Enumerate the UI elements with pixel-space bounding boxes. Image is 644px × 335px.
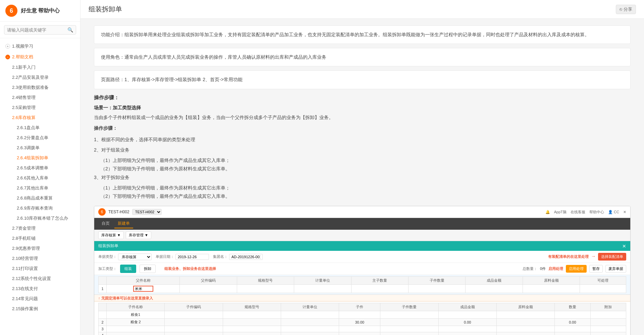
step-2: 2、对于组装业务: [94, 146, 631, 154]
annotation-config-text: 有装配清单的在这里处理: [548, 255, 589, 259]
col-available: 可处理: [580, 277, 626, 285]
scenario-1-header: 场景一：加工类型选择: [94, 105, 631, 111]
step-2-2: （2）下部明细为子件明细，最终作为原材料生成其它出库单。: [101, 165, 631, 173]
nav-tree: + 1.视频学习 − 2.帮助文档 2.1新手入门 2.2产品安装及登录 2.3…: [0, 38, 80, 317]
qty-value: 0件: [540, 266, 546, 271]
sidebar: 6 好生意 帮助中心 🔍 + 1.视频学习 − 2.帮助文档 2.1新手入门 2…: [0, 0, 80, 335]
nav-tab-home[interactable]: 自页: [98, 219, 113, 228]
sidebar-item-cases[interactable]: 2.15操作案例: [0, 304, 80, 314]
app-toolbar: 库存核算 ▼ 库存管理 ▼: [94, 230, 630, 241]
sidebar-item-transfer[interactable]: 2.6.3调拨单: [0, 143, 80, 153]
process-btn[interactable]: 启用处理: [566, 265, 587, 273]
parent-item-table: 父件名称 父件编码 规格型号 计量单位 主子数量 子件数量 成品金额 原料金额 …: [98, 276, 626, 293]
save-draft-btn[interactable]: 暂存: [589, 265, 603, 273]
sidebar-item-inventory[interactable]: 2.6库存核算: [0, 113, 80, 123]
toolbar-btn-inventory[interactable]: 库存核算 ▼: [98, 231, 124, 239]
col-parent-name: 父件名称: [107, 277, 180, 285]
app-close-icon[interactable]: ✕: [623, 210, 626, 214]
sidebar-item-new-user[interactable]: 2.1新手入门: [0, 62, 80, 72]
sidebar-item-finance[interactable]: 2.7资金管理: [0, 223, 80, 233]
app-form-title-bar: 组装拆卸单 ✕: [94, 241, 630, 251]
sidebar-item-sales[interactable]: 2.4销售管理: [0, 93, 80, 103]
toolbar-btn-management[interactable]: 库存管理 ▼: [126, 231, 151, 239]
search-area: 🔍: [0, 22, 80, 38]
sidebar-item-stocktake[interactable]: 2.6.1盘点单: [0, 123, 80, 133]
form-close-button[interactable]: ✕: [622, 243, 626, 249]
parent-name-input[interactable]: [133, 286, 153, 292]
table-row: 粮食1: [99, 311, 626, 319]
scenario-1-steps-header: 操作步骤：: [94, 124, 631, 133]
nav-tab-new[interactable]: 新建单: [114, 219, 133, 228]
sidebar-item-partial-stocktake[interactable]: 2.6.2分量盘点单: [0, 133, 80, 143]
sidebar-item-operations[interactable]: 2.10经营管理: [0, 254, 80, 264]
sidebar-item-other-out[interactable]: 2.6.7其他出库单: [0, 183, 80, 193]
step-3: 3、对于拆卸业务: [94, 173, 631, 182]
col-extra: 附加: [590, 303, 626, 311]
app-user-icon[interactable]: 👤 CC: [608, 210, 619, 214]
logo-area: 6 好生意 帮助中心: [0, 0, 80, 22]
sidebar-item-data-prep[interactable]: 2.3使用前数据准备: [0, 82, 80, 93]
app-icon-1[interactable]: 🔔: [545, 210, 550, 214]
doc-type-select[interactable]: 库存核算: [118, 254, 152, 260]
share-button[interactable]: ⎋ 分享: [616, 5, 636, 14]
role-intro-block: 使用角色：通常由生产人员或库管人员完成拆装业务的操作，库管人员确认原材料的出库和…: [94, 48, 631, 66]
search-icon[interactable]: 🔍: [67, 27, 73, 33]
app-company-select[interactable]: TEST-H002: [132, 209, 162, 215]
col-mat-amt2: 原料金额: [496, 303, 554, 311]
qty-label: 总数量：: [523, 266, 537, 271]
col-parent-code: 父件编码: [180, 277, 237, 285]
type-selection-row: 加工类型： 组装 拆卸 组装业务、拆卸业务在这里选择 总数量： 0件 启用处理 …: [94, 263, 630, 275]
date-input[interactable]: [175, 254, 209, 260]
config-list-btn[interactable]: 选择装配清单: [598, 253, 626, 261]
table-row: 2 粮食 2 30.00 0.00 0.00: [99, 319, 626, 326]
table-row: 3: [99, 326, 626, 332]
steps-list: 1、根据不同的业务，选择不同单据的类型来处理 2、对于组装业务 （1）上部明细为…: [94, 135, 631, 201]
app-header-bar: 6 TEST-H002 TEST-H002 🔔 AppT脑 在线客服 帮助中心 …: [94, 206, 630, 218]
sidebar-item-cost-adjust[interactable]: 2.6.5成本调整单: [0, 163, 80, 173]
sidebar-item-inventory-query[interactable]: 2.6.9库存账本查询: [0, 203, 80, 213]
app-logo-icon: 6: [98, 208, 106, 216]
sidebar-item-other-in[interactable]: 2.6.6其他入库单: [0, 173, 80, 183]
type-btn-assembly[interactable]: 组装: [120, 265, 136, 273]
col-sub-qty: 子件数量: [409, 277, 466, 285]
annotation-arrow-right: →: [591, 254, 596, 259]
col-sub-qty2: 子件数量: [380, 303, 438, 311]
app-icon-3[interactable]: 在线客服: [571, 210, 585, 215]
doc-type-label: 单据类型：: [98, 254, 117, 259]
col-num-m: 数量: [555, 303, 590, 311]
sidebar-item-assembly[interactable]: 2.6.4组装拆卸单: [0, 153, 80, 163]
col-child-name: 子件名称: [107, 303, 165, 311]
share-icon: ⎋: [620, 7, 622, 12]
sidebar-item-cost-recalc[interactable]: 2.6.8商品成本重算: [0, 193, 80, 203]
col-product-amt: 成品金额: [466, 277, 523, 285]
sidebar-item-purchase[interactable]: 2.5采购管理: [0, 103, 80, 113]
abandon-btn[interactable]: 废弃单据: [605, 265, 626, 273]
sidebar-item-install[interactable]: 2.2产品安装及登录: [0, 72, 80, 82]
search-input[interactable]: [7, 27, 67, 33]
app-icon-2[interactable]: AppT脑: [554, 210, 567, 215]
col-main-qty: 主子数量: [351, 277, 408, 285]
col-unit: 计量单位: [294, 277, 351, 285]
sidebar-item-print[interactable]: 2.11打印设置: [0, 264, 80, 274]
sidebar-item-help-doc[interactable]: − 2.帮助文档: [0, 52, 80, 62]
sidebar-item-coupon[interactable]: 2.9优惠券管理: [0, 243, 80, 254]
search-box[interactable]: 🔍: [4, 25, 76, 35]
sidebar-item-custom[interactable]: 2.12系统个性化设置: [0, 274, 80, 284]
sidebar-item-video-learning[interactable]: + 1.视频学习: [0, 41, 80, 52]
sidebar-item-inventory-fix[interactable]: 2.6.10库存账本错了怎么办: [0, 213, 80, 223]
sidebar-item-faq[interactable]: 2.14常见问题: [0, 294, 80, 304]
col-spec2: 规格型号: [223, 303, 281, 311]
step-3-1: （1）上部明细为父件明细，最终作为原材料生成其它出库单；: [101, 184, 631, 192]
sidebar-item-payment[interactable]: 2.13在线支付: [0, 284, 80, 294]
col-checkbox: [99, 277, 107, 285]
sidebar-item-mobile[interactable]: 2.8手机旺铺: [0, 233, 80, 243]
function-intro-text: 功能介绍：组装拆卸单用来处理企业组装或拆卸等加工业务，支持有固定装配清单的产品加…: [101, 32, 589, 37]
bill-no-input[interactable]: [229, 254, 263, 260]
col-qty: 子件: [339, 303, 380, 311]
role-intro-text: 使用角色：通常由生产人员或库管人员完成拆装业务的操作，库管人员确认原材料的出库和…: [101, 54, 326, 60]
app-icon-4[interactable]: 帮助中心: [589, 210, 604, 215]
field-doc-type: 单据类型： 库存核算: [98, 254, 152, 260]
date-label: 单据日期：: [156, 254, 174, 259]
col-unit2: 计量单位: [281, 303, 339, 311]
type-btn-disassembly[interactable]: 拆卸: [140, 265, 156, 273]
